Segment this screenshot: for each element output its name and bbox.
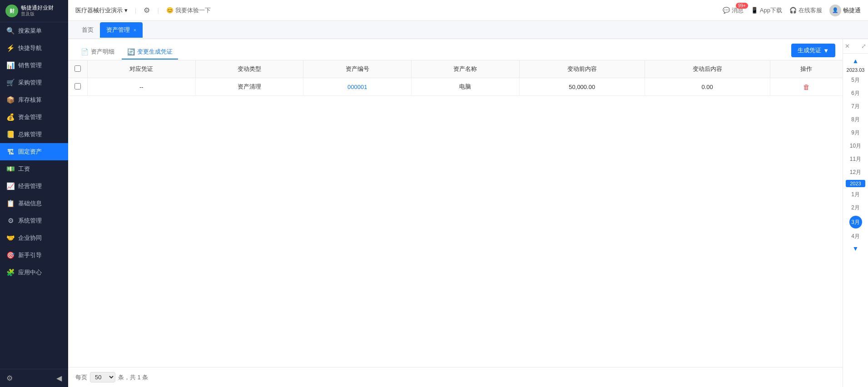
td-before-0: 50,000.00 [519,78,645,96]
feedback-label: 我要体验一下 [175,6,211,15]
topbar: 医疗器械行业演示 ▾ | ⚙ | 😊 我要体验一下 💬 消息 99+ 📱 App… [68,0,868,21]
sidebar-icon-quick-nav: ⚡ [6,44,15,52]
sidebar-label-fund: 资金管理 [18,113,42,121]
sidebar-icon-app-center: 🧩 [6,268,15,277]
feedback-btn[interactable]: 😊 我要体验一下 [166,6,211,15]
topbar-sep1: | [135,7,136,14]
sidebar-label-operations: 经营管理 [18,182,42,190]
timeline-month-2[interactable]: 2月 [843,201,868,214]
th-checkbox [68,60,88,78]
timeline-month-8[interactable]: 8月 [843,113,868,126]
timeline-up-arrow[interactable]: ▲ [843,55,868,66]
table-wrapper: 对应凭证 变动类型 资产编号 资产名称 变动前内容 变动后内容 操作 [68,60,843,367]
timeline-month-4[interactable]: 4月 [843,230,868,243]
sidebar-icon-operations: 📈 [6,182,15,190]
sidebar-label-payroll: 工资 [18,165,30,173]
customer-service-btn[interactable]: 🎧 在线客服 [789,6,822,15]
sidebar-label-purchase: 采购管理 [18,79,42,87]
th-voucher: 对应凭证 [88,60,196,78]
sidebar-item-basic-info[interactable]: 📋 基础信息 [0,195,68,212]
timeline-active-month[interactable]: 3月 [843,214,868,230]
sidebar-item-inventory[interactable]: 📦 库存核算 [0,91,68,109]
timeline-month-10[interactable]: 10月 [843,139,868,153]
sidebar-item-system[interactable]: ⚙ 系统管理 [0,212,68,229]
sub-tab-generate-voucher-label: 变更生成凭证 [137,48,173,56]
timeline-month-1[interactable]: 1月 [843,188,868,201]
sidebar-item-operations[interactable]: 📈 经营管理 [0,178,68,195]
delete-btn-0[interactable]: 🗑 [803,83,810,91]
sidebar-label-sales: 销售管理 [18,61,42,69]
timeline-month-9[interactable]: 9月 [843,126,868,139]
right-panel-close-btn[interactable]: ✕ [845,43,850,50]
logo-sub: 普及版 [21,11,54,17]
sidebar-label-fixed-assets: 固定资产 [18,148,42,156]
sidebar-item-app-center[interactable]: 🧩 应用中心 [0,264,68,281]
td-change-type-0: 资产清理 [195,78,303,96]
per-page-select[interactable]: 50 10 20 100 [90,372,115,382]
td-asset-name-0: 电脑 [412,78,520,96]
timeline-down-arrow[interactable]: ▼ [843,243,868,254]
sidebar-item-quick-nav[interactable]: ⚡ 快捷导航 [0,40,68,57]
topbar-right: 💬 消息 99+ 📱 App下载 🎧 在线客服 👤 畅捷通 [723,5,861,16]
feedback-icon: 😊 [166,7,174,14]
user-menu[interactable]: 👤 畅捷通 [829,5,861,16]
timeline-month-7[interactable]: 7月 [843,100,868,113]
right-panel-expand-btn[interactable]: ⤢ [861,43,866,50]
content-area: 首页 资产管理 × 📄 资产明细 🔄 [68,21,868,387]
per-page-label: 每页 [75,373,87,382]
sidebar-logo: 财 畅捷通好业财 普及版 [0,0,68,22]
sidebar-icon-guide: 🎯 [6,251,15,259]
sidebar-item-fund[interactable]: 💰 资金管理 [0,109,68,126]
timeline-month-5[interactable]: 5月 [843,74,868,87]
sub-tab-generate-voucher[interactable]: 🔄 变更生成凭证 [122,45,178,60]
sidebar-item-enterprise[interactable]: 🤝 企业协同 [0,229,68,247]
count-label: 条，共 1 条 [118,373,148,382]
td-after-0: 0.00 [645,78,770,96]
settings-footer-icon[interactable]: ⚙ [6,374,13,382]
sidebar-icon-system: ⚙ [6,217,15,225]
sidebar-item-sales[interactable]: 📊 销售管理 [0,57,68,74]
table-body: -- 资产清理 000001 电脑 50,000.00 0.00 🗑 [68,78,843,96]
sidebar-icon-fund: 💰 [6,113,15,121]
sidebar-label-quick-nav: 快捷导航 [18,44,42,52]
company-name: 医疗器械行业演示 [75,6,123,15]
app-download-btn[interactable]: 📱 App下载 [751,6,782,15]
year-2023-badge[interactable]: 2023 [846,180,865,187]
th-after: 变动后内容 [645,60,770,78]
asset-table: 对应凭证 变动类型 资产编号 资产名称 变动前内容 变动后内容 操作 [68,60,843,96]
sidebar: 财 畅捷通好业财 普及版 🔍 搜索菜单 ⚡ 快捷导航 📊 销售管理 🛒 采购管理… [0,0,68,387]
sidebar-item-payroll[interactable]: 💵 工资 [0,160,68,178]
messages-btn[interactable]: 💬 消息 99+ [723,6,744,15]
topbar-settings-icon[interactable]: ⚙ [144,6,150,15]
collapse-icon[interactable]: ◀ [56,374,62,382]
company-selector[interactable]: 医疗器械行业演示 ▾ [75,6,128,15]
tab-home[interactable]: 首页 [75,22,100,38]
sidebar-item-search[interactable]: 🔍 搜索菜单 [0,22,68,40]
select-all-checkbox[interactable] [74,65,81,72]
tab-asset-management[interactable]: 资产管理 × [100,22,143,38]
table-row: -- 资产清理 000001 电脑 50,000.00 0.00 🗑 [68,78,843,96]
tab-home-label: 首页 [82,26,94,33]
generate-btn-label: 生成凭证 [798,46,821,55]
tab-close-icon[interactable]: × [134,27,136,33]
customer-service-icon: 🎧 [789,7,797,14]
right-panel: ✕ ⤢ ▲ 2023.03 5月 6月 7月 8月 9月 10月 11月 12月… [843,39,868,387]
sidebar-item-fixed-assets[interactable]: 🏗 固定资产 [0,143,68,160]
th-asset-name: 资产名称 [412,60,520,78]
generate-voucher-button[interactable]: 生成凭证 ▼ [791,44,835,57]
app-download-label: App下载 [760,6,782,15]
timeline-month-12[interactable]: 12月 [843,166,868,179]
sidebar-icon-payroll: 💵 [6,165,15,173]
row-checkbox-0[interactable] [74,83,81,89]
timeline-year-label: 2023.03 [843,66,868,74]
sub-tab-asset-detail[interactable]: 📄 资产明细 [75,45,120,60]
tab-asset-management-label: 资产管理 [106,26,130,33]
timeline-month-6[interactable]: 6月 [843,87,868,100]
timeline-month-11[interactable]: 11月 [843,153,868,166]
sidebar-item-guide[interactable]: 🎯 新手引导 [0,247,68,264]
sidebar-item-ledger[interactable]: 📒 总账管理 [0,126,68,143]
sidebar-item-purchase[interactable]: 🛒 采购管理 [0,74,68,91]
sidebar-icon-fixed-assets: 🏗 [6,148,15,156]
th-before: 变动前内容 [519,60,645,78]
generate-btn-arrow: ▼ [823,47,829,54]
